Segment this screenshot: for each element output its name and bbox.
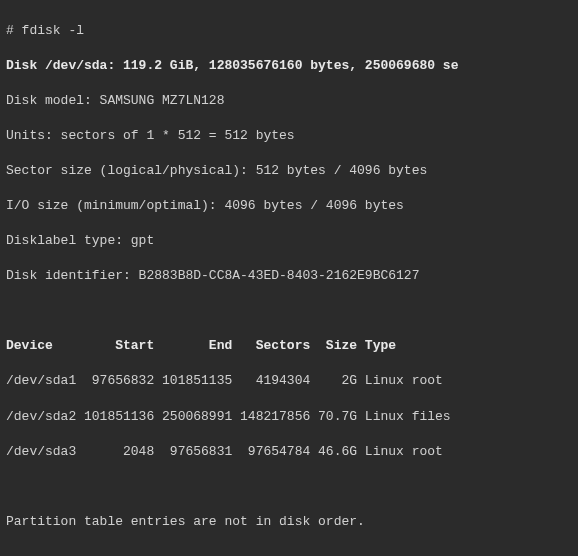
partition-note: Partition table entries are not in disk …	[6, 513, 572, 531]
blank-line	[6, 548, 572, 556]
partition-columns: Device Start End Sectors Size Type	[6, 337, 572, 355]
command-line: # fdisk -l	[6, 22, 572, 40]
partition-row: /dev/sda2 101851136 250068991 148217856 …	[6, 408, 572, 426]
partition-row: /dev/sda1 97656832 101851135 4194304 2G …	[6, 372, 572, 390]
disk-identifier: Disk identifier: B2883B8D-CC8A-43ED-8403…	[6, 267, 572, 285]
disk-model: Disk model: SAMSUNG MZ7LN128	[6, 92, 572, 110]
terminal-output: # fdisk -l Disk /dev/sda: 119.2 GiB, 128…	[0, 0, 578, 556]
blank-line	[6, 478, 572, 496]
partition-row: /dev/sda3 2048 97656831 97654784 46.6G L…	[6, 443, 572, 461]
disk-label-type: Disklabel type: gpt	[6, 232, 572, 250]
disk-sector-size: Sector size (logical/physical): 512 byte…	[6, 162, 572, 180]
disk-units: Units: sectors of 1 * 512 = 512 bytes	[6, 127, 572, 145]
disk-header: Disk /dev/sda: 119.2 GiB, 128035676160 b…	[6, 57, 572, 75]
blank-line	[6, 302, 572, 320]
disk-io-size: I/O size (minimum/optimal): 4096 bytes /…	[6, 197, 572, 215]
